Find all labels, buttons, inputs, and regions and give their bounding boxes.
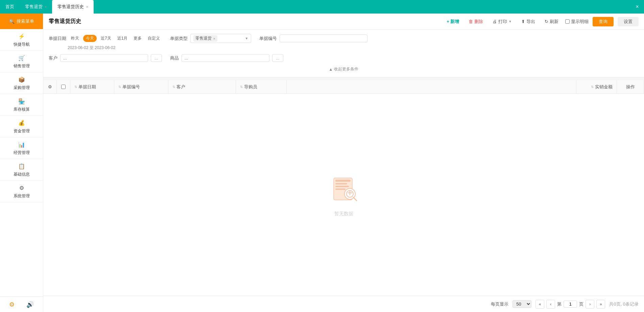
- sidebar-item-operations-label: 经营管理: [14, 150, 30, 156]
- delete-button[interactable]: 🗑 删除: [466, 17, 486, 26]
- collapse-button[interactable]: ▲ 收起更多条件: [325, 65, 363, 73]
- export-button[interactable]: ⬆ 导出: [519, 17, 538, 26]
- operations-icon: 📊: [18, 140, 26, 149]
- filter-area: 单据日期 昨天 今天 近7天 近1月 更多 自定义 单据类型: [43, 30, 644, 77]
- sidebar-item-quick-nav[interactable]: ⚡ 快捷导航: [0, 29, 43, 51]
- tab-list: 首页 零售退货 × 零售退货历史 ×: [0, 0, 630, 14]
- page-first-button[interactable]: «: [535, 300, 544, 309]
- sidebar-item-sales-mgmt[interactable]: 🛒 销售管理: [0, 51, 43, 72]
- goods-filter-label: 商品: [170, 55, 179, 61]
- type-filter-select[interactable]: 零售退货 × ▼: [190, 34, 251, 43]
- tab-home[interactable]: 首页: [0, 0, 20, 14]
- type-filter-tag: 零售退货 ×: [193, 35, 217, 42]
- show-detail-checkbox[interactable]: 显示明细: [565, 19, 589, 25]
- page-label: 第: [557, 301, 562, 307]
- th-checkbox[interactable]: [57, 80, 70, 93]
- empty-state: 暂无数据: [43, 94, 644, 296]
- svg-rect-2: [335, 183, 347, 184]
- page-header: 零售退货历史 + 新增 🗑 删除 🖨 打印 ▼ ⬆ 导出 ↻ 刷新: [43, 14, 644, 30]
- number-sort-icon: ⇅: [118, 85, 121, 89]
- tab-retail-return-label: 零售退货: [25, 4, 43, 10]
- th-amount-label: 实销金额: [595, 84, 613, 90]
- date-filter-label: 单据日期: [49, 36, 66, 42]
- date-option-today[interactable]: 今天: [83, 35, 97, 42]
- th-number[interactable]: ⇅ 单据编号: [114, 80, 168, 93]
- tab-retail-return-history-label: 零售退货历史: [57, 4, 84, 10]
- date-filter-item: 单据日期 昨天 今天 近7天 近1月 更多 自定义: [49, 35, 162, 42]
- search-menu-button[interactable]: 🔍 搜索菜单: [0, 14, 43, 29]
- sidebar-item-basic-info-label: 基础信息: [14, 172, 30, 177]
- page-next-button[interactable]: ›: [586, 300, 594, 309]
- per-page-select[interactable]: 50 10 20 100: [512, 300, 531, 308]
- date-option-1month[interactable]: 近1月: [115, 35, 130, 42]
- date-filter: 昨天 今天 近7天 近1月 更多 自定义: [69, 35, 162, 42]
- volume-footer-icon[interactable]: 🔊: [26, 301, 34, 308]
- sidebar-item-inventory[interactable]: 🏪 库存核算: [0, 94, 43, 116]
- type-filter-tag-remove[interactable]: ×: [213, 37, 215, 41]
- sidebar-items: ⚡ 快捷导航 🛒 销售管理 📦 采购管理 🏪 库存核算 💰 资金管理 📊: [0, 29, 43, 296]
- sidebar-item-inventory-label: 库存核算: [14, 107, 30, 112]
- svg-rect-3: [335, 186, 349, 187]
- add-button[interactable]: + 新增: [444, 17, 462, 26]
- date-option-yesterday[interactable]: 昨天: [69, 35, 81, 42]
- page-prev-button[interactable]: ‹: [546, 300, 555, 309]
- customer-filter-ellipsis[interactable]: ...: [151, 54, 162, 62]
- th-number-label: 单据编号: [122, 84, 140, 90]
- top-bar: 首页 零售退货 × 零售退货历史 × ×: [0, 0, 644, 14]
- th-amount[interactable]: ⇅ 实销金额: [576, 80, 617, 93]
- date-option-custom[interactable]: 自定义: [146, 35, 162, 42]
- settings-footer-icon[interactable]: ⚙: [9, 301, 15, 308]
- customer-filter-input[interactable]: [60, 54, 148, 62]
- sidebar-item-quick-nav-label: 快捷导航: [14, 42, 30, 47]
- th-date[interactable]: ⇅ 单据日期: [70, 80, 114, 93]
- print-label: 打印: [498, 19, 507, 25]
- search-icon: 🔍: [9, 19, 15, 24]
- header-actions: + 新增 🗑 删除 🖨 打印 ▼ ⬆ 导出 ↻ 刷新 显示明细: [444, 17, 639, 26]
- guide-sort-icon: ⇅: [240, 85, 243, 89]
- empty-illustration: [327, 173, 361, 207]
- svg-rect-1: [335, 180, 351, 182]
- page-title: 零售退货历史: [49, 18, 81, 25]
- amount-sort-icon: ⇅: [591, 85, 594, 89]
- th-action: 操作: [617, 80, 644, 93]
- pagination-bar: 每页显示 50 10 20 100 « ‹ 第 页 › » 共0页, 0条记录: [43, 296, 644, 312]
- page-last-button[interactable]: »: [596, 300, 605, 309]
- print-button[interactable]: 🖨 打印 ▼: [490, 17, 515, 26]
- goods-filter-input[interactable]: [182, 54, 269, 62]
- tab-retail-return-history[interactable]: 零售退货历史 ×: [52, 0, 93, 14]
- type-filter-item: 单据类型 零售退货 × ▼: [170, 34, 251, 43]
- page-input[interactable]: [564, 300, 577, 308]
- filter-row-2: 客户 ... 商品 ...: [49, 54, 639, 62]
- th-customer-label: 客户: [176, 84, 185, 90]
- tab-retail-return-close[interactable]: ×: [45, 5, 47, 9]
- sidebar-item-sales-mgmt-label: 销售管理: [14, 63, 30, 69]
- th-guide[interactable]: ⇅ 导购员: [236, 80, 287, 93]
- tab-retail-return-history-close[interactable]: ×: [86, 5, 88, 9]
- show-detail-input[interactable]: [565, 19, 570, 24]
- sidebar-item-purchase-mgmt[interactable]: 📦 采购管理: [0, 72, 43, 94]
- tab-retail-return[interactable]: 零售退货 ×: [20, 0, 52, 14]
- date-option-more[interactable]: 更多: [132, 35, 144, 42]
- sidebar-item-basic-info[interactable]: 📋 基础信息: [0, 159, 43, 181]
- goods-filter-ellipsis[interactable]: ...: [272, 54, 283, 62]
- select-all-checkbox[interactable]: [61, 85, 66, 89]
- sidebar-item-finance[interactable]: 💰 资金管理: [0, 116, 43, 137]
- table-header: ⚙ ⇅ 单据日期 ⇅ 单据编号 ⇅ 客户 ⇅: [43, 80, 644, 94]
- query-button[interactable]: 查询: [593, 17, 614, 26]
- sidebar-item-system-mgmt[interactable]: ⚙ 系统管理: [0, 181, 43, 202]
- settings-button[interactable]: 设置: [618, 17, 639, 26]
- date-option-7days[interactable]: 近7天: [99, 35, 113, 42]
- th-customer[interactable]: ⇅ 客户: [168, 80, 236, 93]
- collapse-up-icon: ▲: [329, 67, 333, 72]
- sales-mgmt-icon: 🛒: [18, 54, 26, 62]
- customer-filter-item: 客户 ...: [49, 54, 162, 62]
- sidebar-item-purchase-mgmt-label: 采购管理: [14, 85, 30, 91]
- window-close-button[interactable]: ×: [630, 0, 644, 14]
- filter-row-1: 单据日期 昨天 今天 近7天 近1月 更多 自定义 单据类型: [49, 34, 639, 43]
- svg-rect-4: [335, 188, 345, 190]
- refresh-button[interactable]: ↻ 刷新: [542, 17, 561, 26]
- th-settings[interactable]: ⚙: [43, 80, 57, 93]
- sidebar-item-operations[interactable]: 📊 经营管理: [0, 137, 43, 159]
- settings-table-icon: ⚙: [48, 84, 52, 89]
- number-filter-input[interactable]: [280, 35, 367, 42]
